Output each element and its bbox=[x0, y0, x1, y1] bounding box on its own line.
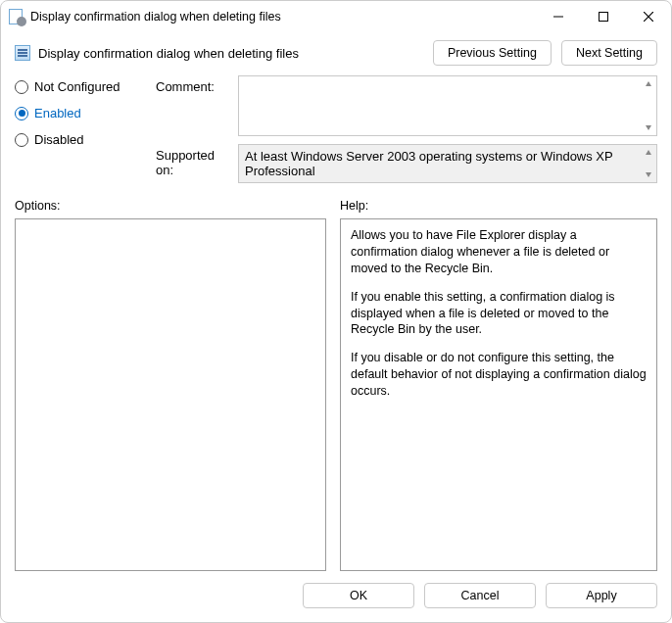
previous-setting-button[interactable]: Previous Setting bbox=[433, 40, 552, 66]
comment-textarea[interactable] bbox=[238, 75, 657, 136]
radio-label: Enabled bbox=[34, 106, 81, 120]
options-panel[interactable] bbox=[15, 218, 326, 571]
help-paragraph: If you enable this setting, a confirmati… bbox=[351, 289, 647, 339]
minimize-button[interactable] bbox=[536, 1, 581, 32]
scroll-down-icon[interactable] bbox=[643, 168, 654, 180]
panel-labels: Options: Help: bbox=[1, 189, 671, 218]
panels-row: Allows you to have File Explorer display… bbox=[1, 218, 671, 571]
policy-title: Display confirmation dialog when deletin… bbox=[38, 46, 433, 61]
comment-label: Comment: bbox=[156, 75, 234, 94]
help-paragraph: If you disable or do not configure this … bbox=[351, 350, 647, 400]
window-buttons bbox=[536, 1, 671, 32]
scroll-up-icon[interactable] bbox=[643, 78, 654, 90]
state-radio-group: Not Configured Enabled Disabled bbox=[15, 75, 152, 147]
svg-marker-6 bbox=[646, 150, 651, 155]
supported-on-box: At least Windows Server 2003 operating s… bbox=[238, 144, 657, 183]
help-label: Help: bbox=[340, 199, 657, 213]
app-icon bbox=[9, 9, 24, 24]
supported-on-value: At least Windows Server 2003 operating s… bbox=[245, 149, 612, 178]
policy-editor-window: Display confirmation dialog when deletin… bbox=[0, 0, 672, 623]
radio-not-configured[interactable]: Not Configured bbox=[15, 79, 152, 94]
options-label: Options: bbox=[15, 199, 326, 213]
radio-disabled[interactable]: Disabled bbox=[15, 132, 152, 147]
next-setting-button[interactable]: Next Setting bbox=[561, 40, 657, 66]
scroll-up-icon[interactable] bbox=[643, 147, 654, 159]
policy-icon bbox=[15, 45, 30, 61]
window-title: Display confirmation dialog when deletin… bbox=[30, 10, 536, 24]
help-paragraph: Allows you to have File Explorer display… bbox=[351, 227, 647, 277]
cancel-button[interactable]: Cancel bbox=[424, 583, 536, 608]
svg-marker-7 bbox=[646, 172, 651, 177]
svg-marker-4 bbox=[646, 81, 651, 86]
apply-button[interactable]: Apply bbox=[546, 583, 657, 608]
title-bar: Display confirmation dialog when deletin… bbox=[1, 1, 671, 32]
radio-enabled[interactable]: Enabled bbox=[15, 106, 152, 120]
help-panel[interactable]: Allows you to have File Explorer display… bbox=[340, 218, 657, 571]
svg-marker-5 bbox=[646, 125, 651, 130]
settings-grid: Not Configured Enabled Disabled Comment:… bbox=[1, 75, 671, 189]
dialog-footer: OK Cancel Apply bbox=[1, 571, 671, 622]
svg-rect-1 bbox=[600, 13, 608, 22]
radio-label: Not Configured bbox=[34, 79, 120, 94]
ok-button[interactable]: OK bbox=[303, 583, 414, 608]
maximize-button[interactable] bbox=[581, 1, 626, 32]
policy-header: Display confirmation dialog when deletin… bbox=[1, 32, 671, 75]
scroll-down-icon[interactable] bbox=[643, 121, 654, 133]
supported-on-label: Supported on: bbox=[156, 144, 234, 177]
close-button[interactable] bbox=[626, 1, 671, 32]
radio-label: Disabled bbox=[34, 132, 84, 147]
